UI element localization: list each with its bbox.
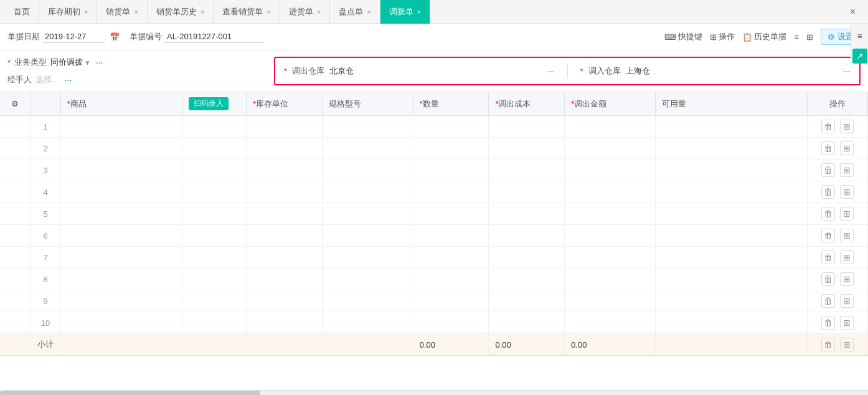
tab-sales-history[interactable]: 销货单历史 × [148, 0, 214, 24]
row-qty-8[interactable] [413, 269, 489, 290]
row-copy-icon-5[interactable]: ⊞ [840, 207, 854, 221]
handler-more[interactable]: ··· [65, 75, 72, 85]
row-spec-4[interactable] [322, 181, 413, 203]
col-header-gear[interactable]: ⚙ [0, 92, 31, 116]
row-copy-icon-9[interactable]: ⊞ [840, 294, 854, 308]
row-qty-7[interactable] [413, 247, 489, 269]
row-unit-7[interactable] [247, 247, 323, 269]
tab-view-sales[interactable]: 查看销货单 × [214, 0, 280, 24]
row-delete-icon-3[interactable]: 🗑 [821, 163, 835, 177]
tab-inventory-check-close[interactable]: × [367, 8, 370, 16]
tab-transfer-close[interactable]: × [417, 8, 421, 16]
row-product-10[interactable] [60, 312, 182, 334]
row-copy-icon-7[interactable]: ⊞ [840, 250, 854, 264]
row-spec-2[interactable] [322, 138, 413, 159]
row-cost-5[interactable] [489, 203, 565, 225]
row-amount-6[interactable] [565, 225, 656, 247]
sidebar-list-icon[interactable]: ≡ [852, 29, 867, 44]
row-product-1[interactable] [60, 116, 182, 138]
row-cost-9[interactable] [489, 290, 565, 312]
row-copy-icon-6[interactable]: ⊞ [840, 229, 854, 242]
tab-purchase-close[interactable]: × [317, 8, 321, 16]
row-cost-3[interactable] [489, 159, 565, 181]
row-product-5[interactable] [60, 203, 182, 225]
row-unit-1[interactable] [247, 116, 323, 138]
row-delete-icon-4[interactable]: 🗑 [821, 185, 835, 199]
row-amount-3[interactable] [565, 159, 656, 181]
row-copy-icon-4[interactable]: ⊞ [840, 185, 854, 199]
row-amount-5[interactable] [565, 203, 656, 225]
number-input[interactable] [164, 31, 264, 43]
row-delete-icon-6[interactable]: 🗑 [821, 229, 835, 242]
row-cost-1[interactable] [489, 116, 565, 138]
row-product-3[interactable] [60, 159, 182, 181]
tab-purchase[interactable]: 进货单 × [280, 0, 330, 24]
row-delete-icon-7[interactable]: 🗑 [821, 250, 835, 264]
row-cost-6[interactable] [489, 225, 565, 247]
handler-placeholder[interactable]: 选择... [35, 74, 59, 85]
layout-button[interactable]: ≡ [794, 32, 799, 42]
delete-icon[interactable]: 🗑 [821, 338, 835, 351]
row-spec-9[interactable] [322, 290, 413, 312]
shortcuts-button[interactable]: ⌨ 快捷键 [664, 31, 702, 42]
row-product-4[interactable] [60, 181, 182, 203]
row-cost-8[interactable] [489, 269, 565, 290]
row-unit-10[interactable] [247, 312, 323, 334]
row-product-7[interactable] [60, 247, 182, 269]
row-qty-9[interactable] [413, 290, 489, 312]
target-warehouse-value[interactable]: 上海仓 [626, 65, 836, 77]
calendar-icon[interactable]: 📅 [110, 32, 120, 42]
tab-inventory-init[interactable]: 库存期初 × [39, 0, 97, 24]
scan-button[interactable]: 扫码录入 [189, 97, 229, 110]
row-qty-3[interactable] [413, 159, 489, 181]
row-cost-10[interactable] [489, 312, 565, 334]
tab-home[interactable]: 首页 [5, 0, 39, 24]
row-product-2[interactable] [60, 138, 182, 159]
row-spec-7[interactable] [322, 247, 413, 269]
row-amount-8[interactable] [565, 269, 656, 290]
row-qty-5[interactable] [413, 203, 489, 225]
tab-inventory-check[interactable]: 盘点单 × [330, 0, 380, 24]
row-copy-icon-8[interactable]: ⊞ [840, 272, 854, 286]
row-unit-3[interactable] [247, 159, 323, 181]
row-amount-2[interactable] [565, 138, 656, 159]
row-spec-6[interactable] [322, 225, 413, 247]
row-qty-4[interactable] [413, 181, 489, 203]
row-cost-7[interactable] [489, 247, 565, 269]
row-delete-icon-5[interactable]: 🗑 [821, 207, 835, 221]
source-warehouse-more[interactable]: ··· [547, 66, 555, 76]
row-spec-8[interactable] [322, 269, 413, 290]
copy-icon[interactable]: ⊞ [840, 338, 854, 351]
row-copy-icon-2[interactable]: ⊞ [840, 141, 854, 155]
date-input[interactable] [42, 31, 105, 43]
row-delete-icon-8[interactable]: 🗑 [821, 272, 835, 286]
row-qty-6[interactable] [413, 225, 489, 247]
operations-button[interactable]: ⊞ 操作 [710, 31, 735, 42]
business-type-select[interactable]: 同价调拨 ▾ [50, 57, 90, 68]
tab-sales-order[interactable]: 销货单 × [97, 0, 147, 24]
row-delete-icon-2[interactable]: 🗑 [821, 141, 835, 155]
row-amount-7[interactable] [565, 247, 656, 269]
grid-button[interactable]: ⊞ [806, 32, 813, 42]
row-spec-1[interactable] [322, 116, 413, 138]
tab-inventory-init-close[interactable]: × [84, 8, 88, 16]
row-spec-5[interactable] [322, 203, 413, 225]
row-delete-icon-10[interactable]: 🗑 [821, 316, 835, 330]
row-unit-9[interactable] [247, 290, 323, 312]
scrollbar-thumb[interactable] [0, 391, 260, 395]
row-unit-4[interactable] [247, 181, 323, 203]
gear-icon[interactable]: ⚙ [11, 99, 19, 108]
row-amount-10[interactable] [565, 312, 656, 334]
row-cost-2[interactable] [489, 138, 565, 159]
source-warehouse-value[interactable]: 北京仓 [329, 65, 540, 77]
row-delete-icon-9[interactable]: 🗑 [821, 294, 835, 308]
row-product-6[interactable] [60, 225, 182, 247]
row-qty-2[interactable] [413, 138, 489, 159]
row-spec-3[interactable] [322, 159, 413, 181]
row-cost-4[interactable] [489, 181, 565, 203]
business-type-more[interactable]: ··· [96, 57, 103, 67]
horizontal-scrollbar[interactable] [0, 390, 868, 395]
tab-sales-order-close[interactable]: × [134, 8, 138, 16]
row-product-9[interactable] [60, 290, 182, 312]
row-copy-icon-3[interactable]: ⊞ [840, 163, 854, 177]
